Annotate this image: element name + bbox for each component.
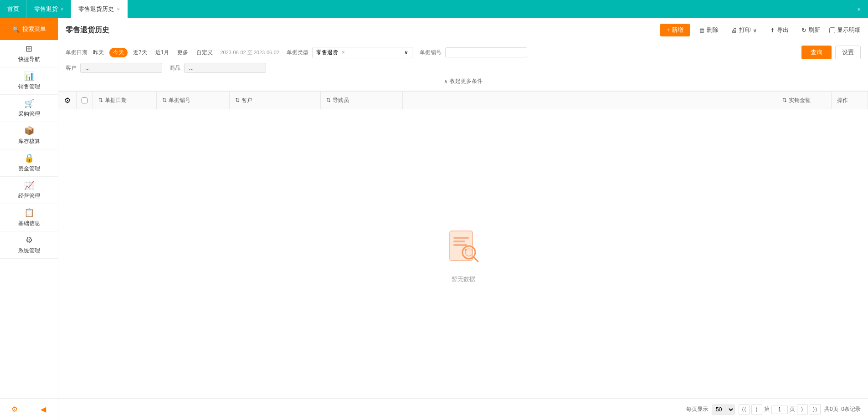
- base-icon: 📋: [24, 208, 34, 218]
- number-filter-input[interactable]: [445, 47, 527, 57]
- type-filter-wrap: 单据类型 零售退货 × ∨: [287, 47, 412, 58]
- tab-return-history-label: 零售退货历史: [78, 5, 114, 13]
- per-page-select[interactable]: 50 100 200: [712, 405, 735, 415]
- tab-list: 首页 零售退货 × 零售退货历史 ×: [0, 0, 128, 18]
- toolbar: + 新增 🗑 删除 🖨 打印 ∨ ⬆ 导出: [660, 24, 861, 36]
- sidebar-item-sales-label: 销售管理: [18, 83, 40, 91]
- tab-return[interactable]: 零售退货 ×: [27, 0, 71, 18]
- page-title-row: 零售退货历史 + 新增 🗑 删除 🖨 打印 ∨ ⬆: [66, 24, 861, 36]
- page-header: 零售退货历史 + 新增 🗑 删除 🖨 打印 ∨ ⬆: [58, 18, 868, 91]
- date-filter: 单据日期 昨天 今天 近7天 近1月 更多 自定义 2023-06-02 至 2…: [66, 48, 279, 57]
- goods-filter-input[interactable]: ...: [184, 63, 266, 73]
- sidebar-item-system-label: 系统管理: [18, 247, 40, 255]
- type-filter-dropdown[interactable]: 零售退货 × ∨: [312, 47, 412, 58]
- query-button[interactable]: 查询: [801, 46, 832, 59]
- sidebar-search-label: 搜索菜单: [22, 25, 46, 33]
- search-icon: 🔍: [12, 26, 20, 33]
- th-settings[interactable]: ⚙: [58, 92, 77, 109]
- refresh-button-label: 刷新: [808, 26, 820, 34]
- first-page-button[interactable]: ⟨⟨: [739, 404, 750, 415]
- last-page-button[interactable]: ⟩⟩: [810, 404, 821, 415]
- sidebar-item-inventory[interactable]: 📦 库存核算: [0, 122, 58, 149]
- date-chip-more[interactable]: 更多: [175, 48, 191, 57]
- th-sort-guide-icon: ⇅: [326, 97, 331, 103]
- top-bar: 首页 零售退货 × 零售退货历史 × ×: [0, 0, 868, 18]
- sidebar-item-inventory-label: 库存核算: [18, 138, 40, 145]
- settings-filter-label: 设置: [842, 49, 854, 56]
- select-all-checkbox[interactable]: [82, 97, 87, 103]
- th-date[interactable]: ⇅ 单据日期: [93, 92, 157, 109]
- sidebar-item-finance-label: 资金管理: [18, 165, 40, 173]
- sidebar-search[interactable]: 🔍 搜索菜单: [0, 18, 58, 40]
- prev-page-button[interactable]: ⟨: [751, 404, 762, 415]
- page-input[interactable]: [771, 405, 788, 414]
- th-customer[interactable]: ⇅ 客户: [230, 92, 321, 109]
- customer-filter-input[interactable]: ...: [80, 63, 162, 73]
- top-bar-close[interactable]: ×: [857, 6, 868, 13]
- export-button[interactable]: ⬆ 导出: [766, 24, 792, 36]
- main-layout: 🔍 搜索菜单 ⊞ 快捷导航 📊 销售管理 🛒 采购管理 📦 库存核算 🔒 资金管…: [0, 18, 868, 420]
- page-unit: 页: [790, 405, 795, 413]
- settings-icon: ⚙: [64, 96, 71, 105]
- th-guide-label: 导购员: [333, 97, 349, 104]
- sidebar-item-base[interactable]: 📋 基础信息: [0, 204, 58, 231]
- delete-button-label: 删除: [707, 26, 719, 34]
- date-chip-7days[interactable]: 近7天: [130, 48, 150, 57]
- system-icon: ⚙: [26, 235, 33, 245]
- pagination-bar: 每页显示 50 100 200 ⟨⟨ ⟨ 第 页 ⟩ ⟩⟩ 共0页, 0条记录: [58, 398, 868, 420]
- date-chips: 昨天 今天 近7天 近1月 更多 自定义: [90, 48, 216, 57]
- date-chip-1month[interactable]: 近1月: [153, 48, 172, 57]
- date-range-display: 2023-06-02 至 2023-06-02: [220, 49, 279, 56]
- export-button-label: 导出: [777, 26, 789, 34]
- sidebar-item-system[interactable]: ⚙ 系统管理: [0, 231, 58, 259]
- th-action-label: 操作: [837, 97, 848, 104]
- collapse-button[interactable]: ∧ 收起更多条件: [439, 77, 487, 86]
- goods-filter-label: 商品: [169, 64, 180, 72]
- display-detail-label: 显示明细: [837, 26, 861, 34]
- th-amount[interactable]: ⇅ 实销金额: [777, 92, 832, 109]
- new-button-label: + 新增: [667, 26, 683, 34]
- sidebar-item-sales[interactable]: 📊 销售管理: [0, 67, 58, 95]
- th-sort-number-icon: ⇅: [162, 97, 167, 103]
- next-page-button[interactable]: ⟩: [797, 404, 808, 415]
- sidebar-item-operations[interactable]: 📈 经营管理: [0, 177, 58, 204]
- sidebar: 🔍 搜索菜单 ⊞ 快捷导航 📊 销售管理 🛒 采购管理 📦 库存核算 🔒 资金管…: [0, 18, 58, 420]
- filter-row-1: 单据日期 昨天 今天 近7天 近1月 更多 自定义 2023-06-02 至 2…: [66, 46, 861, 59]
- date-chip-today[interactable]: 今天: [109, 48, 128, 57]
- number-filter-wrap: 单据编号: [420, 47, 527, 57]
- sidebar-item-operations-label: 经营管理: [18, 192, 40, 200]
- type-filter-label: 单据类型: [287, 49, 308, 56]
- sidebar-settings-btn[interactable]: ⚙: [0, 399, 29, 420]
- table-container: ⚙ ⇅ 单据日期 ⇅ 单据编号 ⇅ 客户 ⇅: [58, 91, 868, 420]
- date-chip-custom[interactable]: 自定义: [194, 48, 216, 57]
- display-detail-checkbox[interactable]: [829, 27, 835, 33]
- type-filter-clear[interactable]: ×: [342, 49, 345, 56]
- th-checkbox[interactable]: [77, 92, 93, 109]
- tab-return-close[interactable]: ×: [61, 6, 63, 12]
- sidebar-item-quick-nav-label: 快捷导航: [18, 56, 40, 63]
- settings-filter-button[interactable]: 设置: [835, 46, 861, 59]
- th-sort-customer-icon: ⇅: [235, 97, 240, 103]
- sidebar-collapse-btn[interactable]: ◀: [29, 399, 58, 420]
- date-chip-yesterday[interactable]: 昨天: [90, 48, 107, 57]
- sidebar-item-quick-nav[interactable]: ⊞ 快捷导航: [0, 40, 58, 67]
- tab-return-history[interactable]: 零售退货历史 ×: [71, 0, 127, 18]
- th-customer-label: 客户: [241, 97, 252, 104]
- sidebar-item-purchase[interactable]: 🛒 采购管理: [0, 95, 58, 122]
- delete-button[interactable]: 🗑 删除: [695, 24, 722, 36]
- customer-filter-label: 客户: [66, 64, 77, 72]
- sidebar-item-purchase-label: 采购管理: [18, 110, 40, 118]
- query-button-label: 查询: [811, 49, 822, 56]
- tab-home[interactable]: 首页: [0, 0, 27, 18]
- tab-return-history-close[interactable]: ×: [117, 6, 119, 12]
- th-number[interactable]: ⇅ 单据编号: [157, 92, 230, 109]
- sidebar-item-finance[interactable]: 🔒 资金管理: [0, 149, 58, 177]
- print-icon: 🖨: [731, 27, 737, 34]
- print-button[interactable]: 🖨 打印 ∨: [728, 24, 761, 36]
- empty-text: 暂无数据: [452, 275, 475, 283]
- th-date-label: 单据日期: [105, 97, 127, 104]
- th-sort-amount-icon: ⇅: [782, 97, 787, 103]
- new-button[interactable]: + 新增: [660, 24, 690, 36]
- th-guide[interactable]: ⇅ 导购员: [321, 92, 403, 109]
- refresh-button[interactable]: ↻ 刷新: [798, 24, 824, 36]
